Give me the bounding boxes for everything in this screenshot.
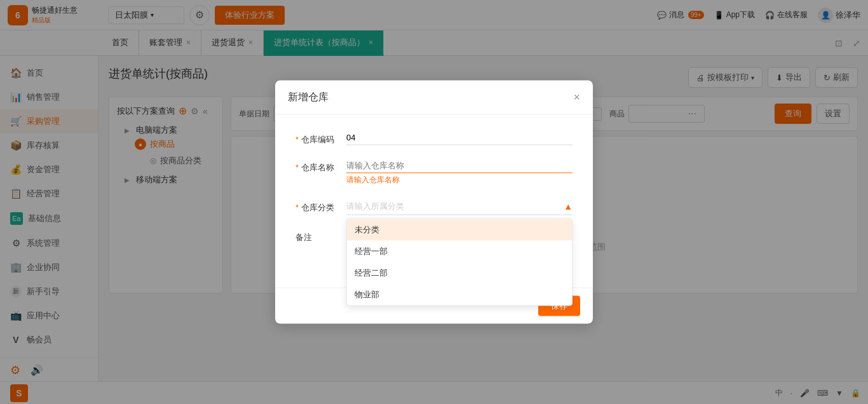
name-input[interactable] xyxy=(346,158,573,173)
chevron-up-icon: ▲ xyxy=(564,201,573,212)
note-label: 备注 xyxy=(295,228,346,243)
form-row-code: * 仓库编码 xyxy=(295,130,573,145)
modal-header: 新增仓库 × xyxy=(275,81,593,115)
modal-close-icon[interactable]: × xyxy=(573,91,580,104)
name-error-message: 请输入仓库名称 xyxy=(346,175,400,185)
modal-title: 新增仓库 xyxy=(288,91,329,104)
form-row-name: * 仓库名称 请输入仓库名称 xyxy=(295,158,573,185)
category-select: 请输入所属分类 ▲ 未分类 经营一部 经营二部 物业部 xyxy=(346,198,573,215)
code-input[interactable] xyxy=(346,130,573,145)
dropdown-item-property[interactable]: 物业部 xyxy=(347,284,572,306)
category-placeholder: 请输入所属分类 xyxy=(346,201,404,212)
dropdown-item-none[interactable]: 未分类 xyxy=(347,219,572,241)
category-select-trigger[interactable]: 请输入所属分类 ▲ xyxy=(346,198,573,215)
form-row-category: * 仓库分类 请输入所属分类 ▲ 未分类 经营一部 经营二部 物业部 xyxy=(295,198,573,215)
category-label: * 仓库分类 xyxy=(295,198,346,213)
code-label: * 仓库编码 xyxy=(295,130,346,145)
modal-body: * 仓库编码 * 仓库名称 请输入仓库名称 * 仓库分类 xyxy=(275,115,593,288)
dropdown-item-dept2[interactable]: 经营二部 xyxy=(347,262,572,284)
category-dropdown: 未分类 经营一部 经营二部 物业部 xyxy=(346,219,573,306)
new-warehouse-modal: 新增仓库 × * 仓库编码 * 仓库名称 请输入仓库名称 * xyxy=(275,81,593,324)
dropdown-item-dept1[interactable]: 经营一部 xyxy=(347,241,572,262)
name-label: * 仓库名称 xyxy=(295,158,346,173)
